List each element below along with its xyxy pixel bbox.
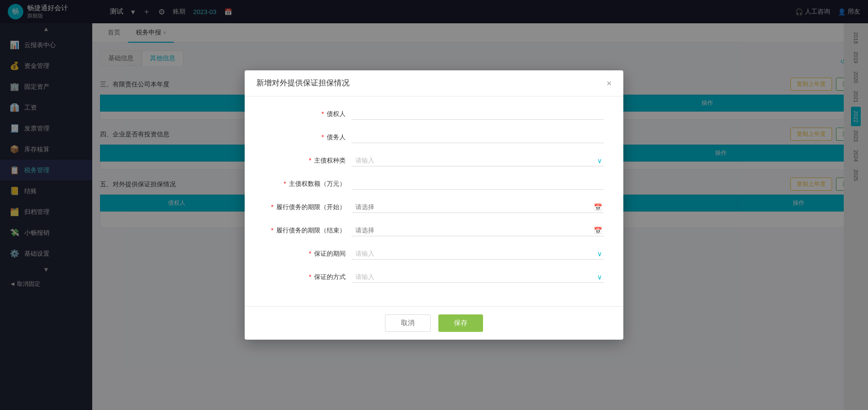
label-guarantee-method: * 保证的方式: [264, 273, 351, 281]
select-guarantee-period[interactable]: ∨: [351, 248, 604, 260]
date-period-end[interactable]: 📅: [351, 225, 604, 236]
form-row-period-start: * 履行债务的期限（开始） 📅: [264, 201, 604, 213]
modal-footer: 取消 保存: [245, 306, 623, 340]
form-row-period-end: * 履行债务的期限（结束） 📅: [264, 225, 604, 236]
modal: 新增对外提供保证担保情况 × * 债权人 * 债务人: [245, 70, 623, 340]
form-row-guarantee-method: * 保证的方式 ∨: [264, 271, 604, 283]
input-guarantee-period[interactable]: [351, 248, 597, 259]
input-period-end[interactable]: [351, 225, 594, 236]
form-row-guarantee-period: * 保证的期间 ∨: [264, 248, 604, 260]
calendar-end-icon[interactable]: 📅: [594, 227, 604, 234]
form-row-creditor-amount: * 主债权数额（万元）: [264, 178, 604, 190]
label-creditor-amount: * 主债权数额（万元）: [264, 180, 351, 188]
label-period-start: * 履行债务的期限（开始）: [264, 203, 351, 212]
label-period-end: * 履行债务的期限（结束）: [264, 226, 351, 235]
input-period-start[interactable]: [351, 201, 594, 213]
form-row-creditor-type: * 主债权种类 ∨: [264, 155, 604, 166]
label-creditor: * 债权人: [264, 110, 351, 118]
input-debtor[interactable]: [351, 131, 604, 143]
modal-title: 新增对外提供保证担保情况: [256, 78, 350, 88]
form-row-debtor: * 债务人: [264, 131, 604, 143]
cancel-button[interactable]: 取消: [385, 314, 431, 332]
chevron-down-icon: ∨: [597, 157, 604, 164]
modal-body: * 债权人 * 债务人 * 主债权种类: [245, 97, 623, 306]
modal-overlay: 新增对外提供保证担保情况 × * 债权人 * 债务人: [0, 0, 868, 410]
label-debtor: * 债务人: [264, 133, 351, 142]
form-row-creditor: * 债权人: [264, 108, 604, 120]
calendar-start-icon[interactable]: 📅: [594, 203, 604, 211]
input-creditor-type[interactable]: [351, 155, 597, 166]
modal-close-button[interactable]: ×: [606, 79, 612, 88]
input-creditor-amount[interactable]: [351, 178, 604, 190]
label-guarantee-period: * 保证的期间: [264, 249, 351, 258]
save-button[interactable]: 保存: [438, 314, 483, 332]
date-period-start[interactable]: 📅: [351, 201, 604, 213]
input-creditor[interactable]: [351, 108, 604, 120]
chevron-guarantee-method-icon: ∨: [597, 273, 604, 281]
modal-header: 新增对外提供保证担保情况 ×: [245, 70, 623, 97]
input-guarantee-method[interactable]: [351, 271, 597, 282]
chevron-guarantee-period-icon: ∨: [597, 250, 604, 258]
select-guarantee-method[interactable]: ∨: [351, 271, 604, 283]
select-creditor-type[interactable]: ∨: [351, 155, 604, 166]
label-creditor-type: * 主债权种类: [264, 156, 351, 165]
